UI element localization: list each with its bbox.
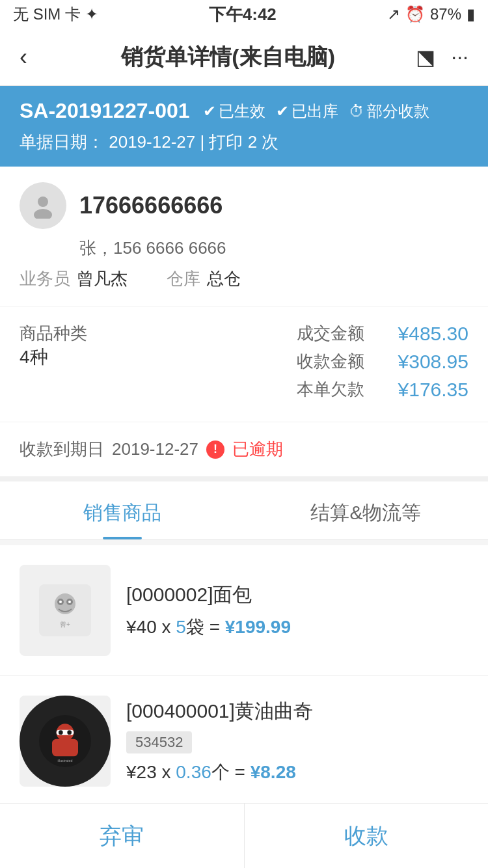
- svg-point-0: [38, 197, 48, 207]
- debt-label: 本单欠款: [297, 378, 364, 401]
- due-date-value: 2019-12-27: [112, 439, 198, 459]
- received-value: ¥308.95: [377, 351, 468, 373]
- avatar: [20, 182, 66, 229]
- status-time: 下午4:42: [209, 3, 277, 26]
- warehouse-value: 总仓: [207, 267, 241, 290]
- product-price-cookie: ¥23 x 0.36个 = ¥8.28: [126, 760, 468, 785]
- customer-top: 17666666666: [20, 182, 468, 229]
- customer-meta: 业务员 曾凡杰 仓库 总仓: [20, 267, 468, 290]
- received-row: 收款金额 ¥308.95: [297, 350, 468, 373]
- share-icon[interactable]: ⬔: [416, 45, 435, 70]
- order-header-top: SA-20191227-001 已生效 已出库 部分收款: [20, 99, 468, 123]
- order-date-line: 单据日期： 2019-12-27 | 打印 2 次: [20, 131, 468, 154]
- status-badges: 已生效 已出库 部分收款: [203, 101, 429, 122]
- svg-text:善+: 善+: [60, 621, 70, 628]
- warehouse: 仓库 总仓: [167, 267, 241, 290]
- back-button[interactable]: ‹: [20, 44, 27, 71]
- overdue-text: 已逾期: [232, 438, 283, 461]
- product-types-value: 4种: [20, 345, 87, 370]
- check-icon-1: [203, 102, 216, 120]
- debt-value: ¥176.35: [377, 379, 468, 401]
- status-right: ↗ ⏰ 87% ▮: [387, 5, 475, 23]
- nav-right-actions: ⬔ ···: [416, 45, 468, 70]
- product-name-bread: [0000002]面包: [126, 582, 468, 608]
- financial-stats: 成交金额 ¥485.30 收款金额 ¥308.95 本单欠款 ¥176.35: [297, 322, 468, 406]
- tab-bar: 销售商品 结算&物流等: [0, 481, 488, 540]
- product-item: illustrated [000400001]黄油曲奇 534532 ¥23 x…: [0, 676, 488, 807]
- product-types: 商品种类 4种: [20, 322, 87, 370]
- sku-tag: 534532: [126, 731, 192, 753]
- product-item: 善+ [0000002]面包 ¥40 x 5袋 = ¥199.99: [0, 545, 488, 676]
- sales-person: 业务员 曾凡杰: [20, 267, 128, 290]
- customer-section: 17666666666 张，156 6666 6666 业务员 曾凡杰 仓库 总…: [0, 167, 488, 306]
- product-info-cookie: [000400001]黄油曲奇 534532 ¥23 x 0.36个 = ¥8.…: [126, 696, 468, 787]
- status-bar: 无 SIM 卡 ✦ 下午4:42 ↗ ⏰ 87% ▮: [0, 0, 488, 29]
- cancel-review-button[interactable]: 弃审: [0, 804, 245, 868]
- customer-phone: 17666666666: [79, 192, 223, 219]
- battery-text: 87%: [430, 5, 461, 23]
- svg-point-13: [59, 730, 63, 735]
- svg-point-14: [67, 730, 72, 735]
- order-id: SA-20191227-001: [20, 99, 190, 123]
- deal-amount-value: ¥485.30: [377, 323, 468, 345]
- tab-settlement[interactable]: 结算&物流等: [244, 481, 488, 539]
- svg-point-7: [68, 601, 71, 603]
- received-label: 收款金额: [297, 350, 364, 373]
- collect-payment-button[interactable]: 收款: [245, 804, 489, 868]
- customer-contact: 张，156 6666 6666: [20, 237, 468, 260]
- bottom-bar: 弃审 收款: [0, 803, 488, 868]
- clock-icon: [349, 102, 364, 120]
- battery-icon: ▮: [467, 5, 475, 23]
- product-image-bread: 善+: [20, 565, 111, 656]
- stats-section: 商品种类 4种 成交金额 ¥485.30 收款金额 ¥308.95 本单欠款 ¥…: [0, 306, 488, 422]
- badge-effective: 已生效: [203, 101, 265, 122]
- product-list: 善+ [0000002]面包 ¥40 x 5袋 = ¥199.99: [0, 545, 488, 807]
- svg-point-6: [59, 601, 62, 603]
- more-icon[interactable]: ···: [451, 45, 468, 69]
- nav-title: 销货单详情(来自电脑): [40, 42, 416, 72]
- badge-partial: 部分收款: [349, 101, 429, 122]
- nav-bar: ‹ 销货单详情(来自电脑) ⬔ ···: [0, 29, 488, 86]
- status-left: 无 SIM 卡 ✦: [13, 4, 98, 25]
- deal-amount-row: 成交金额 ¥485.30: [297, 322, 468, 345]
- alarm-icon: ⏰: [405, 5, 425, 23]
- product-types-label: 商品种类: [20, 322, 87, 345]
- debt-row: 本单欠款 ¥176.35: [297, 378, 468, 401]
- signal-text: 无 SIM 卡 ✦: [13, 4, 98, 25]
- product-info-bread: [0000002]面包 ¥40 x 5袋 = ¥199.99: [126, 565, 468, 656]
- deal-amount-label: 成交金额: [297, 322, 364, 345]
- svg-rect-11: [52, 739, 78, 757]
- svg-text:illustrated: illustrated: [58, 759, 73, 763]
- warehouse-label: 仓库: [167, 267, 200, 290]
- due-label: 收款到期日: [20, 438, 104, 461]
- product-image-cookie: illustrated: [20, 696, 111, 787]
- product-name-cookie: [000400001]黄油曲奇: [126, 698, 468, 725]
- overdue-icon: !: [206, 441, 224, 459]
- location-icon: ↗: [387, 5, 400, 23]
- product-price-bread: ¥40 x 5袋 = ¥199.99: [126, 615, 468, 640]
- owl-image: illustrated: [20, 696, 111, 787]
- check-icon-2: [276, 102, 289, 120]
- badge-shipped: 已出库: [276, 101, 338, 122]
- sales-value: 曾凡杰: [77, 267, 128, 290]
- sales-label: 业务员: [20, 267, 70, 290]
- tab-products[interactable]: 销售商品: [0, 481, 244, 539]
- due-date-section: 收款到期日 2019-12-27 ! 已逾期: [0, 422, 488, 481]
- order-header: SA-20191227-001 已生效 已出库 部分收款 单据日期： 2019-…: [0, 86, 488, 167]
- svg-point-1: [34, 209, 52, 219]
